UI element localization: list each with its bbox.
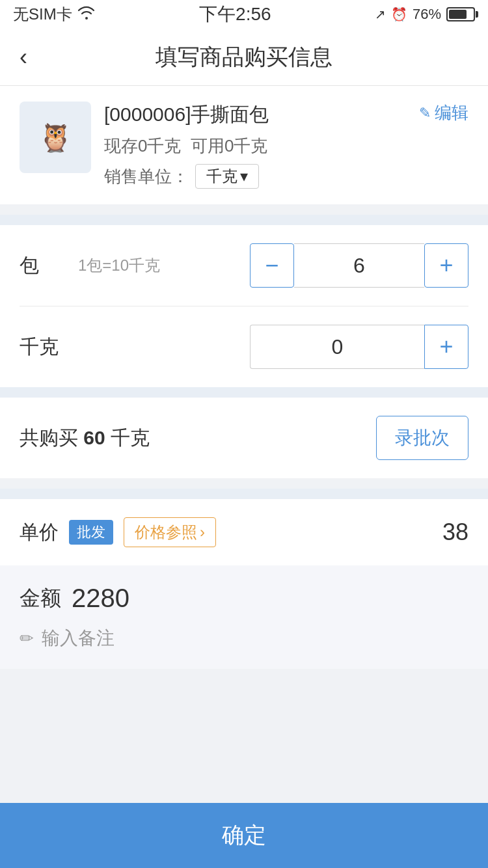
qianke-increment-button[interactable]: +: [424, 325, 468, 369]
product-stock: 现存0千克 可用0千克: [104, 135, 468, 157]
amount-value: 2280: [72, 584, 129, 613]
bao-input[interactable]: [294, 243, 424, 288]
battery-icon: [446, 7, 475, 21]
qianke-input[interactable]: [250, 325, 424, 369]
qianke-controls: +: [250, 325, 468, 369]
product-unit-row: 销售单位： 千克 ▾: [104, 164, 468, 189]
section-divider-2: [0, 387, 488, 398]
carrier-label: 无SIM卡: [13, 4, 72, 25]
amount-row: 金额 2280: [20, 584, 468, 626]
product-logo-icon: 🦉: [38, 122, 72, 154]
confirm-button-label: 确定: [222, 821, 266, 850]
bao-decrement-button[interactable]: −: [250, 243, 294, 288]
alarm-icon: ⏰: [391, 7, 407, 22]
bao-controls: − +: [250, 243, 468, 288]
bao-hint: 1包=10千克: [78, 255, 250, 276]
page-title: 填写商品购买信息: [156, 42, 332, 72]
back-button[interactable]: ‹: [20, 44, 59, 71]
total-section: 共购买 60 千克 录批次: [0, 398, 488, 478]
product-thumbnail: 🦉: [20, 102, 91, 173]
status-time: 下午2:56: [199, 2, 271, 27]
price-label: 单价: [20, 519, 59, 546]
battery-percent: 76%: [413, 6, 441, 23]
total-text: 共购买 60 千克: [20, 425, 150, 452]
bao-increment-button[interactable]: +: [424, 243, 468, 288]
chevron-right-icon: ›: [200, 523, 205, 541]
unit-dropdown[interactable]: 千克 ▾: [195, 164, 259, 189]
status-right: ↗ ⏰ 76%: [375, 6, 475, 23]
chevron-down-icon: ▾: [240, 167, 248, 185]
status-bar: 无SIM卡 下午2:56 ↗ ⏰ 76%: [0, 0, 488, 29]
bao-input-row: 包 1包=10千克 − +: [20, 225, 468, 306]
status-left: 无SIM卡: [13, 4, 96, 25]
product-card: 🦉 [0000006]手撕面包 ✎ 编辑 现存0千克 可用0千克 销售单位： 千…: [0, 86, 488, 204]
amount-section: 金额 2280 ✏ 输入备注: [0, 565, 488, 669]
price-value: 38: [442, 519, 468, 546]
record-batch-button[interactable]: 录批次: [376, 416, 468, 460]
bao-label: 包: [20, 252, 72, 279]
confirm-bar[interactable]: 确定: [0, 803, 488, 868]
section-divider-1: [0, 215, 488, 225]
price-section: 单价 批发 价格参照 › 38: [0, 499, 488, 565]
edit-remark-icon: ✏: [20, 629, 34, 649]
qianke-label: 千克: [20, 334, 72, 360]
remark-row[interactable]: ✏ 输入备注: [20, 626, 468, 669]
product-info: [0000006]手撕面包 ✎ 编辑 现存0千克 可用0千克 销售单位： 千克 …: [104, 102, 468, 189]
edit-icon: ✎: [419, 105, 431, 122]
edit-button[interactable]: ✎ 编辑: [419, 102, 468, 124]
location-icon: ↗: [375, 7, 386, 22]
wifi-icon: [77, 5, 96, 23]
qianke-input-row: 千克 +: [20, 306, 468, 387]
amount-label: 金额: [20, 584, 61, 613]
input-section: 包 1包=10千克 − + 千克 +: [0, 225, 488, 387]
remark-placeholder: 输入备注: [42, 626, 115, 651]
price-reference-button[interactable]: 价格参照 ›: [124, 517, 216, 547]
price-type-badge: 批发: [69, 520, 113, 545]
product-name: [0000006]手撕面包: [104, 102, 269, 128]
section-divider-3: [0, 489, 488, 499]
nav-bar: ‹ 填写商品购买信息: [0, 29, 488, 86]
